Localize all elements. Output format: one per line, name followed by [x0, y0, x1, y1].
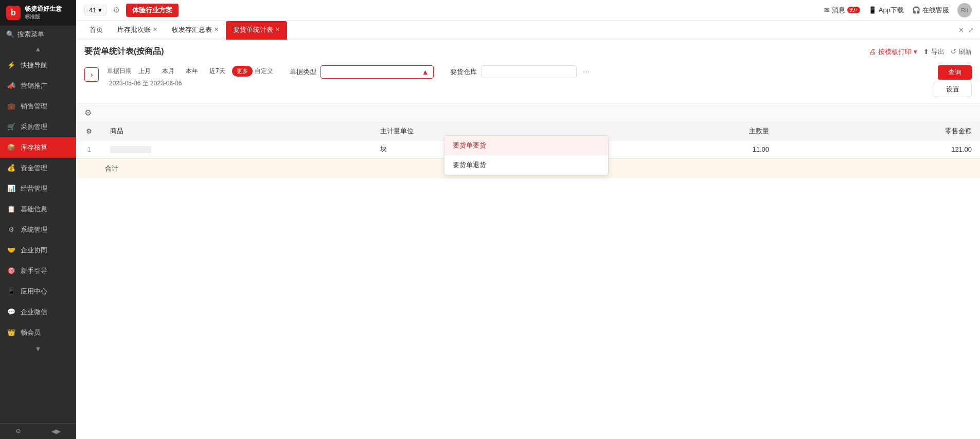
query-button[interactable]: 查询	[938, 65, 972, 80]
filter-expand-button[interactable]: ›	[84, 67, 99, 82]
quick-nav-icon: ⚡	[6, 60, 16, 70]
member-icon: 👑	[6, 327, 16, 338]
message-badge: 99+	[847, 7, 860, 13]
sidebar-item-sales[interactable]: 💼 销售管理	[0, 96, 76, 117]
logo-name: 畅捷通好生意	[25, 5, 62, 13]
trial-button[interactable]: 体验行业方案	[126, 4, 179, 17]
message-action[interactable]: ✉ 消息 99+	[824, 6, 860, 15]
operations-icon: 📊	[6, 184, 16, 194]
sidebar-item-inventory[interactable]: 📦 库存核算	[0, 137, 76, 158]
type-filter-group: 单据类型 ▲	[290, 65, 434, 79]
type-filter-input[interactable]	[325, 68, 422, 76]
online-service-label: 在线客服	[922, 6, 949, 15]
type-select-chevron-up-icon: ▲	[422, 68, 429, 76]
inventory-icon: 📦	[6, 142, 16, 153]
finance-icon: 💰	[6, 163, 16, 173]
company-selector[interactable]: 41 ▾	[84, 5, 106, 15]
sidebar-item-marketing[interactable]: 📣 营销推广	[0, 76, 76, 96]
table-gear-icon[interactable]: ⚙	[84, 108, 92, 118]
window-expand-icon[interactable]: ⤢	[968, 26, 974, 34]
online-service-action[interactable]: 🎧 在线客服	[912, 6, 949, 15]
tab-inventory-batch[interactable]: 库存批次账 ✕	[110, 21, 165, 40]
sidebar-item-operations[interactable]: 📊 经营管理	[0, 178, 76, 199]
user-avatar[interactable]: Rit	[957, 3, 972, 17]
sidebar-item-label: 经营管理	[21, 184, 47, 193]
sidebar: b 畅捷通好生意 标准版 🔍 搜索菜单 ▲ ⚡ 快捷导航 📣 营销推广 💼 销售…	[0, 0, 76, 439]
settings-btn[interactable]: ⚙	[15, 428, 21, 435]
sidebar-item-base-info[interactable]: 📋 基础信息	[0, 199, 76, 220]
dropdown-item-demand-return[interactable]: 要货单退货	[444, 155, 608, 175]
col-settings: ⚙	[76, 122, 102, 140]
date-more-badge[interactable]: 更多	[232, 66, 253, 77]
date-this-month-btn[interactable]: 本月	[157, 65, 179, 77]
sidebar-item-label: 营销推广	[21, 81, 47, 90]
tab-receive-summary[interactable]: 收发存汇总表 ✕	[165, 21, 226, 40]
page-title-bar: 要货单统计表(按商品) 🖨 按模板打印 ▾ ⬆ 导出 ↺ 刷新	[76, 40, 980, 61]
date-this-year-btn[interactable]: 本年	[181, 65, 203, 77]
dropdown-item-demand-return-label: 要货单退货	[453, 161, 486, 169]
dropdown-item-demand-order[interactable]: 要货单要货	[444, 136, 608, 155]
system-icon: ⚙	[6, 225, 16, 235]
sidebar-item-enterprise[interactable]: 🤝 企业协同	[0, 240, 76, 261]
sidebar-item-system[interactable]: ⚙ 系统管理	[0, 220, 76, 240]
date-prev-month-btn[interactable]: 上月	[134, 65, 155, 77]
sidebar-bottom: ⚙ ◀▶	[0, 423, 76, 439]
chevron-down-icon: ▾	[98, 6, 102, 14]
sidebar-item-label: 企业协同	[21, 246, 47, 255]
col-settings-icon[interactable]: ⚙	[86, 127, 92, 135]
warehouse-filter-input[interactable]	[486, 68, 572, 76]
print-label: 按模板打印	[878, 47, 912, 57]
filter-more-icon[interactable]: ···	[583, 67, 590, 77]
export-button[interactable]: ⬆ 导出	[923, 47, 945, 57]
sidebar-item-app-center[interactable]: 📱 应用中心	[0, 281, 76, 302]
tab-home[interactable]: 首页	[82, 21, 110, 40]
sidebar-scroll-down[interactable]: ▼	[0, 343, 76, 355]
type-filter-label: 单据类型	[290, 67, 316, 77]
tab-demand-stats-close[interactable]: ✕	[275, 26, 280, 33]
sidebar-item-label: 基础信息	[21, 205, 47, 214]
set-button[interactable]: 设置	[934, 82, 972, 97]
tab-demand-stats[interactable]: 要货单统计表 ✕	[226, 21, 287, 40]
sidebar-item-member[interactable]: 👑 畅会员	[0, 322, 76, 343]
page-content: 要货单统计表(按商品) 🖨 按模板打印 ▾ ⬆ 导出 ↺ 刷新	[76, 40, 980, 439]
tab-receive-summary-label: 收发存汇总表	[172, 25, 212, 34]
settings-gear-icon[interactable]: ⚙	[113, 5, 120, 15]
wechat-icon: 💬	[6, 307, 16, 317]
sidebar-item-purchase[interactable]: 🛒 采购管理	[0, 117, 76, 137]
search-menu[interactable]: 🔍 搜索菜单	[0, 26, 76, 43]
type-filter-select[interactable]: ▲	[320, 65, 434, 79]
collapse-btn[interactable]: ◀▶	[51, 428, 61, 435]
date-custom-btn[interactable]: 自定义	[255, 67, 273, 76]
warehouse-filter-group: 要货仓库 ···	[450, 65, 590, 78]
company-id: 41	[89, 6, 96, 14]
date-range-display: 2023-05-06 至 2023-06-06	[109, 79, 273, 88]
header-left: 41 ▾ ⚙ 体验行业方案	[84, 4, 179, 17]
query-actions: 查询 设置	[934, 65, 972, 97]
tab-demand-stats-label: 要货单统计表	[233, 25, 273, 34]
sidebar-item-finance[interactable]: 💰 资金管理	[0, 158, 76, 178]
tab-inventory-batch-label: 库存批次账	[117, 25, 151, 34]
sidebar-item-label: 资金管理	[21, 163, 47, 173]
sidebar-item-label: 应用中心	[21, 287, 47, 296]
app-logo: b 畅捷通好生意 标准版	[0, 0, 76, 26]
sidebar-item-guide[interactable]: 🎯 新手引导	[0, 261, 76, 281]
app-download-action[interactable]: 📱 App下载	[868, 6, 904, 15]
date-last-7days-btn[interactable]: 近7天	[205, 65, 230, 77]
refresh-button[interactable]: ↺ 刷新	[951, 47, 972, 57]
warehouse-filter-input-wrap[interactable]	[481, 65, 577, 78]
tab-receive-summary-close[interactable]: ✕	[214, 26, 219, 33]
row-quantity: 11.00	[606, 140, 777, 158]
sidebar-item-label: 采购管理	[21, 122, 47, 132]
warehouse-filter-label: 要货仓库	[450, 67, 477, 77]
sidebar-item-quick-nav[interactable]: ⚡ 快捷导航	[0, 55, 76, 76]
print-button[interactable]: 🖨 按模板打印 ▾	[869, 47, 917, 57]
window-restore-icon[interactable]: ✕	[958, 26, 964, 34]
col-quantity: 主数量	[606, 122, 777, 140]
base-info-icon: 📋	[6, 204, 16, 214]
sidebar-scroll-up[interactable]: ▲	[0, 43, 76, 55]
filter-bar: › 单据日期 上月 本月 本年 近7天 更多 自定义 2023-05-06 至 …	[76, 61, 980, 104]
date-filter-label: 单据日期	[107, 67, 132, 76]
print-chevron-icon: ▾	[914, 48, 917, 56]
sidebar-item-wechat[interactable]: 💬 企业微信	[0, 302, 76, 322]
tab-inventory-batch-close[interactable]: ✕	[153, 26, 157, 33]
